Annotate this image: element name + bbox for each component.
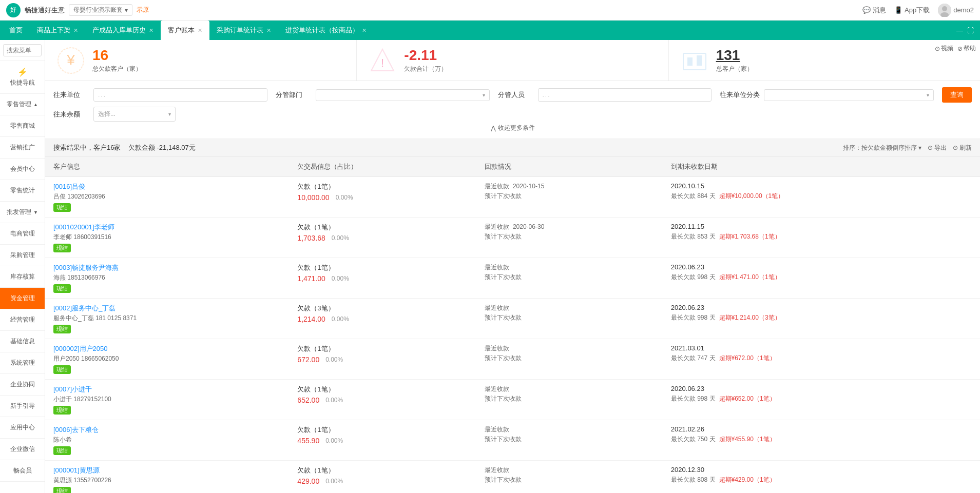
tab-production[interactable]: 产成品入库单历史 ✕ bbox=[85, 21, 161, 40]
cell-debt-5: 欠款（1笔） 652.00 0.00% bbox=[289, 380, 476, 420]
customer-name-link[interactable]: [0003]畅捷服务尹海燕 bbox=[53, 264, 119, 271]
sidebar-item-vip[interactable]: 畅会员 bbox=[0, 460, 45, 482]
message-button[interactable]: 💬 消息 bbox=[862, 6, 886, 15]
overdue-amount[interactable]: 超期¥652.00（1笔） bbox=[719, 395, 776, 402]
sidebar-item-operations[interactable]: 经营管理 bbox=[0, 309, 45, 331]
industry-selector[interactable]: 母婴行业演示账套 ▾ bbox=[69, 4, 132, 16]
last-payment-label: 最近收款 bbox=[485, 344, 655, 353]
debt-percent: 0.00% bbox=[332, 234, 349, 242]
search-button[interactable]: 查询 bbox=[942, 87, 972, 103]
debt-count: 欠款（1笔） bbox=[297, 344, 468, 353]
user-profile[interactable]: demo2 bbox=[938, 4, 974, 17]
debt-percent: 0.00% bbox=[325, 397, 343, 404]
card-info-1: 16 总欠款客户（家） bbox=[92, 47, 142, 73]
balance-select[interactable]: 选择... ▾ bbox=[93, 107, 176, 122]
sidebar-item-purchase[interactable]: 采购管理 bbox=[0, 245, 45, 266]
unit-input[interactable]: ... bbox=[93, 88, 267, 102]
close-tab-icon[interactable]: ✕ bbox=[198, 27, 202, 34]
overdue-amount[interactable]: 超期¥429.00（1笔） bbox=[719, 476, 776, 483]
sidebar-item-basic-info[interactable]: 基础信息 bbox=[0, 331, 45, 352]
sidebar-item-system[interactable]: 系统管理 bbox=[0, 352, 45, 374]
tab-purchase-order[interactable]: 采购订单统计表 ✕ bbox=[209, 21, 278, 40]
debt-amount: 429.00 bbox=[297, 477, 319, 485]
customer-name-link[interactable]: [0007]小进千 bbox=[53, 385, 92, 393]
close-tab-icon[interactable]: ✕ bbox=[266, 27, 271, 34]
overdue-days: 最长欠款 998 天 bbox=[671, 395, 717, 402]
video-link[interactable]: ⊙ 视频 bbox=[935, 44, 953, 53]
customer-name-link[interactable]: [0016]吕俊 bbox=[53, 183, 85, 190]
overdue-days: 最长欠款 853 天 bbox=[671, 233, 717, 240]
sidebar-item-member[interactable]: 会员中心 bbox=[0, 159, 45, 180]
sidebar-search-container bbox=[0, 40, 45, 61]
maximize-icon[interactable]: ⛶ bbox=[967, 27, 974, 34]
close-tab-icon[interactable]: ✕ bbox=[362, 27, 367, 34]
sidebar-item-retail-mgmt[interactable]: 零售管理 ▲ bbox=[0, 94, 45, 115]
overdue-info: 最长欠款 998 天 超期¥652.00（1笔） bbox=[671, 395, 972, 403]
cell-due-7: 2020.12.30 最长欠款 808 天 超期¥429.00（1笔） bbox=[663, 461, 980, 494]
person-input[interactable]: ... bbox=[538, 88, 712, 102]
app-download-button[interactable]: 📱 App下载 bbox=[894, 6, 930, 15]
customer-name-link[interactable]: [000001]黄思源 bbox=[53, 466, 100, 474]
top-nav-link[interactable]: 示原 bbox=[137, 6, 149, 14]
tab-stock-stats[interactable]: 进货单统计表（按商品） ✕ bbox=[278, 21, 374, 40]
sidebar-item-wechat[interactable]: 企业微信 bbox=[0, 439, 45, 460]
customer-name-link[interactable]: [0001020001]李老师 bbox=[53, 223, 114, 231]
tab-products[interactable]: 商品上下架 ✕ bbox=[30, 21, 85, 40]
sidebar-item-retail-stats[interactable]: 零售统计 bbox=[0, 180, 45, 202]
export-button[interactable]: ⊙ 导出 bbox=[928, 144, 947, 152]
overdue-amount[interactable]: 超期¥455.90（1笔） bbox=[719, 436, 776, 443]
cell-customer-4: [000002]用户2050 用户2050 18665062050 现结 bbox=[45, 339, 289, 380]
sidebar-item-wholesale-mgmt[interactable]: 批发管理 ▼ bbox=[0, 202, 45, 223]
last-payment-label: 最近收款 bbox=[485, 263, 655, 272]
last-payment-label: 最近收款 bbox=[485, 304, 655, 312]
sidebar-item-newhand[interactable]: 新手引导 bbox=[0, 396, 45, 417]
sidebar-item-ecommerce[interactable]: 电商管理 bbox=[0, 223, 45, 245]
customer-phone: 陈小希 bbox=[53, 436, 281, 444]
tab-home[interactable]: 首页 bbox=[2, 21, 30, 40]
sidebar-item-inventory[interactable]: 库存核算 bbox=[0, 266, 45, 288]
debt-count: 欠款（1笔） bbox=[297, 385, 468, 394]
sidebar-item-enterprise[interactable]: 企业协同 bbox=[0, 374, 45, 396]
sort-selector[interactable]: 排序：按欠款金额倒序排序 ▾ bbox=[843, 144, 921, 152]
cell-debt-3: 欠款（3笔） 1,214.00 0.00% bbox=[289, 299, 476, 339]
search-input[interactable] bbox=[3, 44, 42, 56]
cell-debt-0: 欠款（1笔） 10,000.00 0.00% bbox=[289, 177, 476, 218]
sidebar-item-retail-mall[interactable]: 零售商城 bbox=[0, 115, 45, 137]
chevron-up-icon: ⋀ bbox=[491, 125, 496, 132]
card-total-customers: ⊙ 视频 ⊘ 帮助 131 bbox=[669, 40, 980, 81]
next-payment-label: 预计下次收款 bbox=[485, 435, 655, 444]
minimize-icon[interactable]: — bbox=[956, 27, 963, 34]
dept-select[interactable]: ▾ bbox=[316, 89, 490, 101]
cell-due-3: 2020.06.23 最长欠款 998 天 超期¥1,214.00（3笔） bbox=[663, 299, 980, 339]
next-payment-label: 预计下次收款 bbox=[485, 354, 655, 363]
help-link[interactable]: ⊘ 帮助 bbox=[957, 44, 976, 53]
sidebar-item-finance[interactable]: 资金管理 bbox=[0, 288, 45, 309]
close-tab-icon[interactable]: ✕ bbox=[73, 27, 78, 34]
cell-customer-2: [0003]畅捷服务尹海燕 海燕 18513066976 现结 bbox=[45, 258, 289, 299]
tab-customer-account[interactable]: 客户账本 ✕ bbox=[161, 21, 209, 40]
quick-nav-icon: ⚡ bbox=[2, 67, 43, 77]
overdue-amount[interactable]: 超期¥1,214.00（3笔） bbox=[719, 314, 781, 321]
sidebar-item-quick-nav[interactable]: ⚡ 快捷导航 bbox=[0, 61, 45, 94]
svg-text:!: ! bbox=[381, 56, 384, 69]
card-info-2: -2.11 欠款合计（万） bbox=[404, 47, 447, 73]
collapse-button[interactable]: ⋀ 收起更多条件 bbox=[53, 122, 972, 134]
debt-amount: 1,471.00 bbox=[297, 274, 325, 283]
customer-name-link[interactable]: [0002]服务中心_丁磊 bbox=[53, 304, 116, 312]
cell-collection-2: 最近收款 预计下次收款 bbox=[476, 258, 663, 299]
customer-name-link[interactable]: [0006]去下粮仓 bbox=[53, 426, 99, 433]
overdue-amount[interactable]: 超期¥1,703.68（1笔） bbox=[719, 233, 781, 240]
overdue-amount[interactable]: 超期¥10,000.00（1笔） bbox=[719, 192, 784, 200]
last-payment-label: 最近收款 bbox=[485, 385, 655, 393]
customer-name-link[interactable]: [000002]用户2050 bbox=[53, 345, 108, 352]
overdue-amount[interactable]: 超期¥1,471.00（1笔） bbox=[719, 273, 781, 281]
overdue-amount[interactable]: 超期¥672.00（1笔） bbox=[719, 354, 776, 362]
sidebar-item-marketing[interactable]: 营销推广 bbox=[0, 137, 45, 159]
debt-amount-row: 429.00 0.00% bbox=[297, 477, 468, 485]
customer-tag: 现结 bbox=[53, 446, 71, 455]
refresh-button[interactable]: ⊙ 刷新 bbox=[953, 144, 972, 152]
class-select[interactable]: ▾ bbox=[764, 89, 934, 101]
content-area: ¥ 16 总欠款客户（家） ! -2.11 欠款合计（万） bbox=[45, 40, 980, 493]
close-tab-icon[interactable]: ✕ bbox=[149, 27, 153, 34]
sidebar-item-app-center[interactable]: 应用中心 bbox=[0, 417, 45, 439]
